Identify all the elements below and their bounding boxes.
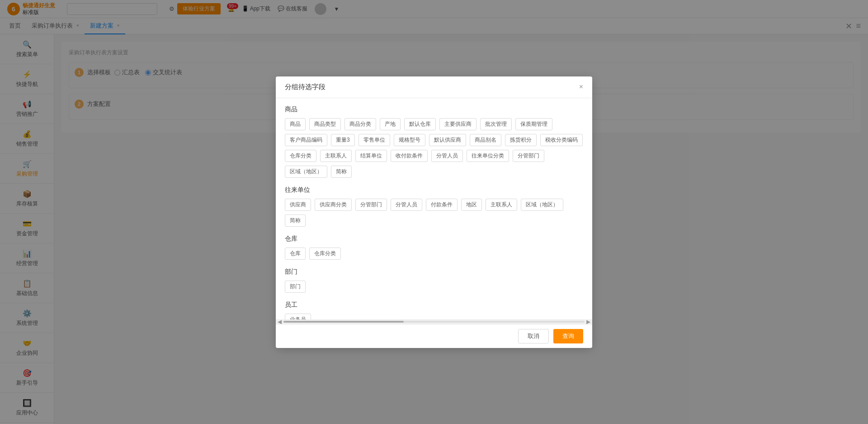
section-product: 商品 商品 商品类型 商品分类 产地 默认仓库 主要供应商 批次管理 保质期管理… [285, 105, 583, 178]
warehouse-field-tags: 仓库 仓库分类 [285, 248, 583, 260]
field-tag[interactable]: 部门 [285, 281, 306, 293]
field-tag[interactable]: 仓库分类 [309, 248, 341, 260]
field-tag[interactable]: 仓库 [285, 248, 306, 260]
field-tag[interactable]: 分管人员 [431, 150, 463, 162]
field-tag[interactable]: 业务员 [285, 314, 311, 319]
section-department: 部门 部门 [285, 268, 583, 293]
field-tag[interactable]: 商品类型 [309, 118, 341, 130]
modal-body[interactable]: 商品 商品 商品类型 商品分类 产地 默认仓库 主要供应商 批次管理 保质期管理… [276, 98, 592, 319]
field-tag[interactable]: 简称 [331, 166, 352, 178]
modal-close-button[interactable]: × [579, 83, 583, 91]
modal-footer: 取消 查询 [276, 324, 592, 348]
cancel-button[interactable]: 取消 [518, 329, 549, 343]
modal-dialog: 分组待选字段 × 商品 商品 商品类型 商品分类 产地 默认仓库 主要供应商 批… [276, 76, 592, 348]
section-partner-title: 往来单位 [285, 186, 583, 194]
field-tag[interactable]: 商品别名 [470, 134, 501, 146]
field-tag[interactable]: 分管部门 [513, 150, 544, 162]
field-tag[interactable]: 保质期管理 [515, 118, 552, 130]
field-tag[interactable]: 商品 [285, 118, 306, 130]
field-tag[interactable]: 区域（地区） [521, 199, 563, 211]
section-department-title: 部门 [285, 268, 583, 276]
field-tag[interactable]: 简称 [285, 214, 306, 227]
field-tag[interactable]: 税收分类编码 [540, 134, 583, 146]
field-tag[interactable]: 商品分类 [344, 118, 376, 130]
section-partner: 往来单位 供应商 供应商分类 分管部门 分管人员 付款条件 地区 主联系人 区域… [285, 186, 583, 227]
section-product-title: 商品 [285, 105, 583, 114]
field-tag[interactable]: 分管人员 [391, 199, 422, 211]
field-tag[interactable]: 产地 [380, 118, 401, 130]
field-tag[interactable]: 主联系人 [320, 150, 352, 162]
department-field-tags: 部门 [285, 281, 583, 293]
product-field-tags: 商品 商品类型 商品分类 产地 默认仓库 主要供应商 批次管理 保质期管理 客户… [285, 118, 583, 178]
section-warehouse: 仓库 仓库 仓库分类 [285, 235, 583, 260]
field-tag[interactable]: 结算单位 [355, 150, 387, 162]
hscroll-thumb [283, 321, 404, 323]
field-tag[interactable]: 仓库分类 [285, 150, 316, 162]
field-tag[interactable]: 重量3 [331, 134, 355, 146]
section-warehouse-title: 仓库 [285, 235, 583, 243]
field-tag[interactable]: 区域（地区） [285, 166, 327, 178]
modal-title: 分组待选字段 [285, 83, 326, 91]
confirm-button[interactable]: 查询 [553, 329, 583, 343]
field-tag[interactable]: 往来单位分类 [467, 150, 509, 162]
field-tag[interactable]: 主要供应商 [439, 118, 476, 130]
modal-overlay: 分组待选字段 × 商品 商品 商品类型 商品分类 产地 默认仓库 主要供应商 批… [0, 0, 868, 424]
field-tag[interactable]: 默认仓库 [404, 118, 436, 130]
field-tag[interactable]: 默认供应商 [429, 134, 466, 146]
field-tag[interactable]: 批次管理 [480, 118, 512, 130]
employee-field-tags: 业务员 [285, 314, 583, 319]
section-employee: 员工 业务员 [285, 301, 583, 319]
field-tag[interactable]: 客户商品编码 [285, 134, 327, 146]
field-tag[interactable]: 付款条件 [426, 199, 458, 211]
field-tag[interactable]: 收付款条件 [391, 150, 428, 162]
partner-field-tags: 供应商 供应商分类 分管部门 分管人员 付款条件 地区 主联系人 区域（地区） … [285, 199, 583, 227]
field-tag[interactable]: 零售单位 [359, 134, 390, 146]
modal-header: 分组待选字段 × [276, 76, 592, 98]
field-tag[interactable]: 供应商 [285, 199, 311, 211]
field-tag[interactable]: 主联系人 [486, 199, 517, 211]
hscroll-track [283, 321, 585, 323]
modal-hscrollbar[interactable]: ◀ ▶ [276, 319, 592, 324]
field-tag[interactable]: 拣货积分 [505, 134, 537, 146]
field-tag[interactable]: 供应商分类 [315, 199, 352, 211]
field-tag[interactable]: 地区 [461, 199, 482, 211]
section-employee-title: 员工 [285, 301, 583, 309]
field-tag[interactable]: 规格型号 [394, 134, 425, 146]
field-tag[interactable]: 分管部门 [355, 199, 387, 211]
